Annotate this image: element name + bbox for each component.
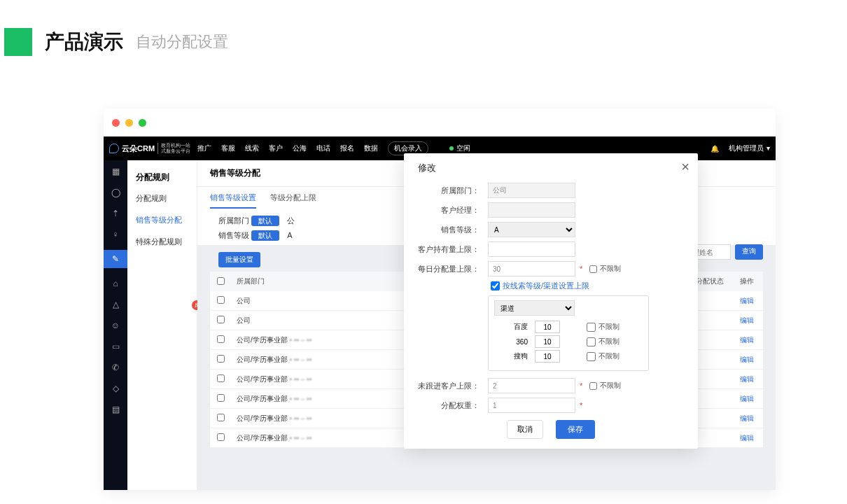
- rail-shield-icon[interactable]: ◯: [110, 187, 121, 198]
- sidebar-item-rules[interactable]: 分配规则: [127, 188, 197, 209]
- required-mark: *: [580, 382, 582, 390]
- edit-link[interactable]: 编辑: [740, 336, 754, 344]
- edit-link[interactable]: 编辑: [740, 434, 754, 442]
- rail-chart-icon[interactable]: ⇡: [110, 208, 121, 219]
- channel-name: 360: [494, 338, 528, 346]
- rail-doc-icon[interactable]: ▭: [110, 341, 121, 352]
- modal-weight-label: 分配权重：: [418, 400, 488, 411]
- cancel-button[interactable]: 取消: [507, 420, 543, 439]
- status-text: 空闲: [456, 144, 470, 153]
- filter-dept-default[interactable]: 默认: [251, 216, 279, 226]
- row-checkbox[interactable]: [217, 296, 225, 304]
- edit-link[interactable]: 编辑: [740, 414, 754, 422]
- subtab-level-limit[interactable]: 等级分配上限: [270, 192, 316, 209]
- rail-tag-icon[interactable]: ◇: [110, 383, 121, 394]
- channel-value-input[interactable]: [535, 335, 560, 348]
- maximize-dot[interactable]: [139, 119, 146, 127]
- row-checkbox[interactable]: [217, 316, 225, 323]
- logo-icon: [109, 144, 119, 153]
- modal-unfollow-input[interactable]: [488, 378, 575, 393]
- modal-weight-input[interactable]: [488, 398, 575, 413]
- sidebar-item-sales-level[interactable]: 销售等级分配: [127, 209, 197, 231]
- close-dot[interactable]: [112, 119, 120, 127]
- modal-level-label: 销售等级：: [418, 225, 488, 235]
- user-role-dropdown[interactable]: 机构管理员▾: [729, 144, 770, 153]
- edit-link[interactable]: 编辑: [740, 316, 754, 324]
- modal-mgr-input: [488, 202, 575, 218]
- rail-phone-icon[interactable]: ✆: [110, 362, 121, 373]
- nav-data[interactable]: 数据: [364, 144, 378, 153]
- rail-settings-icon[interactable]: ✎: [104, 250, 127, 268]
- nav-phone[interactable]: 电话: [316, 144, 330, 153]
- rail-dashboard-icon[interactable]: ▦: [110, 166, 121, 177]
- nav-leads[interactable]: 线索: [245, 144, 259, 153]
- logo: 云朵CRM 教育机构一站 式服务云平台: [109, 143, 190, 153]
- unfollow-unlimited-checkbox[interactable]: [589, 382, 597, 390]
- edit-modal: 修改 × 所属部门： 客户经理： 销售等级： A 客: [404, 153, 698, 449]
- page-header: 产品演示 自动分配设置: [0, 0, 847, 70]
- rail-card-icon[interactable]: ▤: [110, 404, 121, 415]
- bell-icon[interactable]: 🔔: [710, 145, 719, 153]
- edit-link[interactable]: 编辑: [740, 375, 754, 383]
- icon-rail: ▦ ◯ ⇡ ♀ ✎ ⌂ △ ☺ ▭ ✆ ◇ ▤: [104, 160, 127, 490]
- row-checkbox[interactable]: [217, 433, 225, 441]
- main-content: 销售等级分配 销售等级设置 等级分配上限 所属部门 默认 公 销售等级: [197, 160, 776, 490]
- status-indicator: 空闲: [449, 144, 470, 153]
- channel-limit-checkbox[interactable]: [491, 281, 500, 290]
- nav-promo[interactable]: 推广: [197, 144, 211, 153]
- channel-unlimited-checkbox[interactable]: [587, 352, 596, 361]
- modal-daily-input[interactable]: [488, 261, 575, 276]
- sidebar-item-special[interactable]: 特殊分配规则: [127, 231, 197, 253]
- modal-dept-input: [488, 183, 575, 198]
- modal-level-select[interactable]: A: [488, 222, 575, 237]
- channel-unlimited-checkbox[interactable]: [587, 323, 596, 332]
- edit-link[interactable]: 编辑: [740, 395, 754, 402]
- modal-dept-label: 所属部门：: [418, 186, 488, 196]
- sidebar-title: 分配规则: [127, 167, 197, 188]
- page-subtitle: 自动分配设置: [136, 31, 228, 52]
- search-button[interactable]: 查询: [735, 244, 763, 260]
- channel-name: 搜狗: [494, 351, 528, 361]
- modal-unfollow-label: 未跟进客户上限：: [418, 381, 488, 391]
- filter-level-default[interactable]: 默认: [251, 230, 279, 241]
- nav-service[interactable]: 客服: [221, 144, 235, 153]
- channel-type-select[interactable]: 渠道: [494, 300, 575, 316]
- modal-mgr-label: 客户经理：: [418, 205, 488, 216]
- close-icon[interactable]: ×: [681, 159, 690, 175]
- nav-customers[interactable]: 客户: [269, 144, 283, 153]
- subtab-level-setting[interactable]: 销售等级设置: [210, 192, 256, 209]
- channel-unlimited-checkbox[interactable]: [587, 337, 596, 346]
- modal-hold-label: 客户持有量上限：: [418, 244, 488, 255]
- row-checkbox[interactable]: [217, 414, 225, 421]
- channel-limit-box: 渠道 百度 不限制 360 不限制 搜狗 不限制: [488, 295, 649, 371]
- minimize-dot[interactable]: [125, 119, 133, 127]
- modal-hold-input[interactable]: [488, 241, 575, 257]
- mac-titlebar: [104, 108, 776, 136]
- row-checkbox[interactable]: [217, 335, 225, 343]
- row-checkbox[interactable]: [217, 374, 225, 382]
- batch-setting-button[interactable]: 批量设置: [218, 252, 260, 267]
- channel-value-input[interactable]: [535, 321, 560, 333]
- filter-dept-other[interactable]: 公: [287, 216, 295, 225]
- logo-text: 云朵CRM: [122, 144, 155, 154]
- rail-triangle-icon[interactable]: △: [110, 299, 121, 310]
- modal-title: 修改: [418, 160, 684, 178]
- rail-person-icon[interactable]: ☺: [110, 320, 121, 331]
- filter-level-label: 销售等级: [218, 231, 249, 239]
- checkbox-all[interactable]: [217, 277, 225, 285]
- row-checkbox[interactable]: [217, 394, 225, 402]
- row-checkbox[interactable]: [217, 355, 225, 363]
- required-mark: *: [580, 401, 582, 410]
- nav-pool[interactable]: 公海: [293, 144, 307, 153]
- rail-home-icon[interactable]: ⌂: [110, 278, 121, 289]
- edit-link[interactable]: 编辑: [740, 297, 754, 304]
- daily-unlimited-checkbox[interactable]: [589, 265, 597, 273]
- edit-link[interactable]: 编辑: [740, 356, 754, 363]
- channel-value-input[interactable]: [535, 350, 560, 363]
- main-tab-label: 销售等级分配: [210, 160, 260, 186]
- nav-signup[interactable]: 报名: [340, 144, 354, 153]
- save-button[interactable]: 保存: [556, 420, 595, 439]
- rail-user-icon[interactable]: ♀: [110, 229, 121, 240]
- status-dot-icon: [449, 146, 454, 150]
- filter-level-other[interactable]: A: [287, 231, 292, 239]
